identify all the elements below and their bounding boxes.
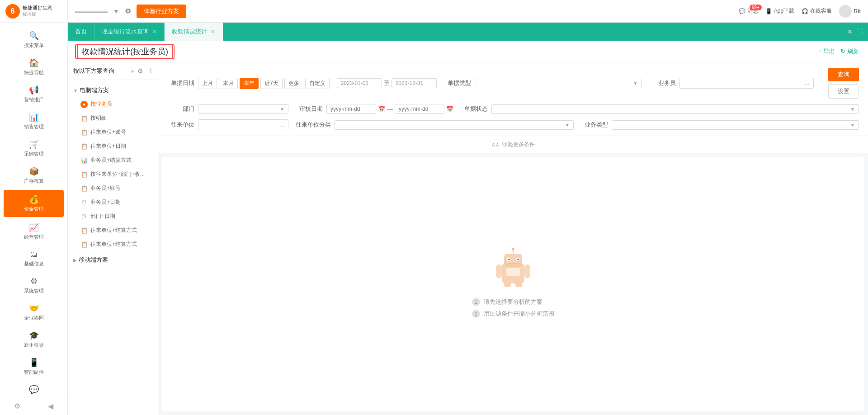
filter-settings-button[interactable]: 设置 (828, 84, 859, 99)
step1-text: 请先选择要分析的方案 (484, 298, 542, 306)
sidebar-footer: ⚙ ◀‍ (0, 397, 67, 415)
review-from-input[interactable] (326, 104, 376, 114)
date-this-month-btn[interactable]: 本月 (219, 78, 238, 89)
trial-button[interactable]: 体验行业方案 (137, 5, 186, 18)
window-close-icon[interactable]: ✕ (847, 28, 853, 35)
sidebar-item-label: 智能硬件 (24, 369, 44, 376)
business-type-select[interactable]: ▼ (612, 120, 859, 130)
main-area: ▬▬▬▬▬▬ ▼ ⚙ 体验行业方案 💬 消息 99+ 📱 App下载 🎧 在线客… (68, 0, 868, 415)
dept-select[interactable]: ▼ (198, 104, 288, 114)
tree-item-unit-settle1[interactable]: 📋 往来单位+结算方式 (68, 223, 158, 237)
tree-item-salesman[interactable]: ● 按业务员 (68, 97, 158, 111)
sidebar-item-system[interactable]: ⚙ 系统管理 (0, 272, 67, 299)
tab-home-label: 首页 (75, 28, 87, 36)
sidebar-item-label: 资金管理 (24, 206, 44, 212)
refresh-icon: ↻ (840, 48, 845, 55)
tree-group-mobile-header[interactable]: ▶ 移动端方案 (68, 253, 158, 267)
system-icon: ⚙ (30, 276, 38, 286)
topbar: ▬▬▬▬▬▬ ▼ ⚙ 体验行业方案 💬 消息 99+ 📱 App下载 🎧 在线客… (68, 0, 868, 23)
tree-item-unit-account[interactable]: 📋 往来单位+账号 (68, 125, 158, 139)
sidebar-item-hardware[interactable]: 📱 智能硬件 (0, 353, 67, 380)
date-shortcuts: 上月 本月 本年 近7天 更多 自定义 (198, 78, 330, 89)
date-this-year-btn[interactable]: 本年 (240, 78, 259, 89)
tab-bank[interactable]: 现金银行流水查询 ✕ (94, 23, 165, 41)
date-from-input[interactable] (337, 78, 382, 88)
topbar-gear-icon[interactable]: ⚙ (125, 7, 131, 15)
window-maximize-icon[interactable]: ⛶ (856, 28, 863, 35)
date-to-input[interactable] (392, 78, 437, 88)
sidebar-item-warehouse[interactable]: 📦 库存核算 (0, 162, 67, 189)
unit-account-scheme-icon: 📋 (80, 129, 88, 136)
detail-scheme-icon: 📋 (80, 115, 88, 122)
sidebar-item-marketing[interactable]: 📢 营销推广 (0, 80, 67, 108)
sidebar-item-finance[interactable]: 💰 资金管理 (4, 190, 64, 217)
settings-scheme-icon[interactable]: ⚙ (137, 67, 143, 75)
tree-item-salesman-date[interactable]: ⏱ 业务员+日期 (68, 195, 158, 209)
sidebar-item-purchase[interactable]: 🛒 采购管理 (0, 135, 67, 162)
date-last7-btn[interactable]: 近7天 (260, 78, 283, 89)
basic-icon: 🗂 (30, 250, 38, 259)
collapse-panel-icon[interactable]: 《 (146, 67, 152, 75)
app-download-button[interactable]: 📱 App下载 (765, 7, 794, 15)
filter-doc-status: 单据状态 ▼ (461, 104, 859, 114)
export-icon: ↑ (819, 48, 822, 55)
tree-item-salesman-settle[interactable]: 📊 业务员+结算方式 (68, 153, 158, 167)
messages-button[interactable]: 💬 消息 99+ (739, 7, 758, 15)
sidebar-item-enterprise[interactable]: 🤝 企业协同 (0, 299, 67, 326)
sidebar-item-label: 搜索菜单 (24, 42, 44, 49)
add-scheme-icon[interactable]: + (131, 67, 135, 75)
tree-item-salesman-account-label: 业务员+账号 (90, 184, 121, 192)
sidebar-item-basic[interactable]: 🗂 基础信息 (0, 245, 67, 272)
sidebar-collapse-icon[interactable]: ◀‍ (48, 402, 53, 410)
tab-bank-close-icon[interactable]: ✕ (152, 28, 157, 35)
collapse-bar[interactable]: ∧∧ 收起更多条件 (158, 136, 868, 153)
tree-item-detail-label: 按明细 (90, 114, 107, 122)
sidebar-item-quicknav[interactable]: 🏠 快捷导航 (0, 53, 67, 80)
svg-rect-12 (524, 264, 530, 278)
sidebar-item-search[interactable]: 🔍 搜索菜单 (0, 26, 67, 53)
sidebar-item-wechat[interactable]: 💬 企业微信 (0, 380, 67, 397)
sidebar-nav: 🔍 搜索菜单 🏠 快捷导航 📢 营销推广 📊 销售管理 🛒 采购管理 📦 库存核… (0, 23, 67, 397)
topbar-expand-icon[interactable]: ▼ (113, 8, 119, 15)
tree-item-unit-settle2[interactable]: 📋 往来单位+结算方式 (68, 237, 158, 251)
review-date-label: 审核日期 (296, 105, 323, 113)
sidebar-item-label: 基础信息 (24, 260, 44, 267)
page-title: 收款情况统计(按业务员) (77, 44, 173, 59)
tree-group-desktop-header[interactable]: ▼ 电脑端方案 (68, 84, 158, 97)
date-last-month-btn[interactable]: 上月 (198, 78, 217, 89)
sidebar-item-sales[interactable]: 📊 销售管理 (0, 108, 67, 135)
messages-badge: 99+ (750, 5, 762, 10)
export-button[interactable]: ↑ 导出 (819, 47, 835, 56)
tree-item-dept-date[interactable]: ⏱ 部门+日期 (68, 209, 158, 223)
app-download-label: App下载 (774, 7, 794, 15)
tab-collection[interactable]: 收款情况统计 ✕ (165, 23, 223, 41)
sidebar-item-guide[interactable]: 🎓 新手引导 (0, 326, 67, 353)
query-button[interactable]: 查询 (828, 68, 859, 81)
empty-steps: 1 请先选择要分析的方案 2 用过滤条件来缩小分析范围 (472, 298, 554, 321)
review-to-input[interactable] (395, 104, 444, 114)
date-custom-btn[interactable]: 自定义 (305, 78, 330, 89)
doc-type-select[interactable]: ▼ (475, 79, 642, 88)
empty-step-1: 1 请先选择要分析的方案 (472, 298, 554, 306)
review-date-icon2: 📅 (446, 106, 453, 113)
sidebar-item-operation[interactable]: 📈 经营管理 (0, 218, 67, 245)
svg-rect-2 (504, 254, 522, 267)
sidebar-settings-icon[interactable]: ⚙ (14, 402, 20, 410)
user-avatar[interactable]: Rit (839, 5, 861, 18)
service-icon: 🎧 (802, 8, 808, 14)
tab-home[interactable]: 首页 (68, 23, 94, 41)
doc-status-select[interactable]: ▼ (491, 104, 859, 114)
online-service-button[interactable]: 🎧 在线客服 (802, 7, 832, 15)
tree-item-unit-date[interactable]: 📋 往来单位+日期 (68, 139, 158, 153)
counterpart-category-select[interactable]: ▼ (335, 120, 574, 130)
date-more-btn[interactable]: 更多 (284, 78, 303, 89)
sidebar-item-label: 快捷导航 (24, 69, 44, 76)
refresh-button[interactable]: ↻ 刷新 (840, 47, 859, 56)
salesman-select[interactable]: … (679, 78, 814, 89)
sidebar-item-label: 营销推广 (24, 96, 44, 103)
tab-collection-close-icon[interactable]: ✕ (211, 28, 215, 35)
tree-item-salesman-account[interactable]: 📋 业务员+账号 (68, 181, 158, 195)
tree-item-detail[interactable]: 📋 按明细 (68, 111, 158, 125)
counterpart-input[interactable]: … (198, 119, 288, 130)
tree-item-unit-dept[interactable]: 📋 按往来单位+部门+收... (68, 167, 158, 181)
